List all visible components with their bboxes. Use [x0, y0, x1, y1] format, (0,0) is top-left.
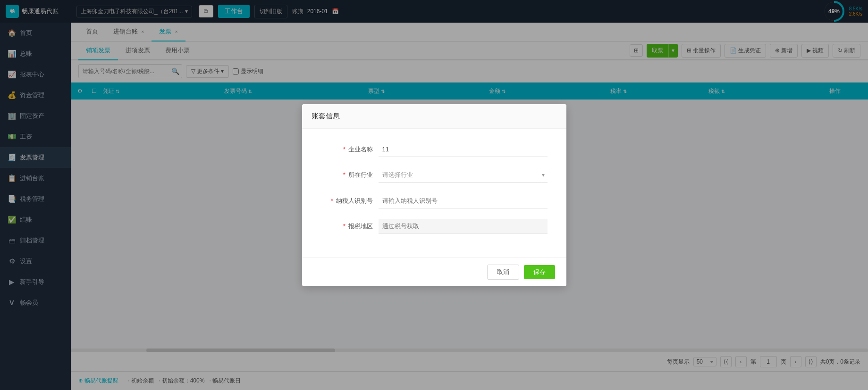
modal-header: 账套信息: [302, 104, 566, 129]
company-name-label: * 企业名称: [321, 145, 373, 154]
company-name-input[interactable]: [379, 142, 548, 157]
tax-region-input: [379, 219, 548, 234]
modal-body: * 企业名称 * 所在行业 请选择行业 ▾: [302, 129, 566, 257]
save-button[interactable]: 保存: [524, 265, 555, 279]
form-row-industry: * 所在行业 请选择行业 ▾: [321, 167, 548, 183]
form-row-tax-id: * 纳税人识别号: [321, 193, 548, 208]
tax-region-label: * 报税地区: [321, 222, 373, 231]
tax-id-label: * 纳税人识别号: [321, 197, 373, 205]
form-row-tax-region: * 报税地区: [321, 219, 548, 234]
account-info-modal: 账套信息 * 企业名称 * 所在行业 请选择行业: [302, 104, 566, 286]
form-row-company-name: * 企业名称: [321, 142, 548, 157]
industry-select[interactable]: 请选择行业: [379, 167, 548, 183]
modal-footer: 取消 保存: [302, 257, 566, 286]
cancel-button[interactable]: 取消: [487, 265, 519, 280]
tax-id-input[interactable]: [379, 193, 548, 208]
industry-select-wrap: 请选择行业 ▾: [379, 167, 548, 183]
industry-label: * 所在行业: [321, 171, 373, 179]
modal-overlay: 账套信息 * 企业名称 * 所在行业 请选择行业: [0, 0, 868, 390]
